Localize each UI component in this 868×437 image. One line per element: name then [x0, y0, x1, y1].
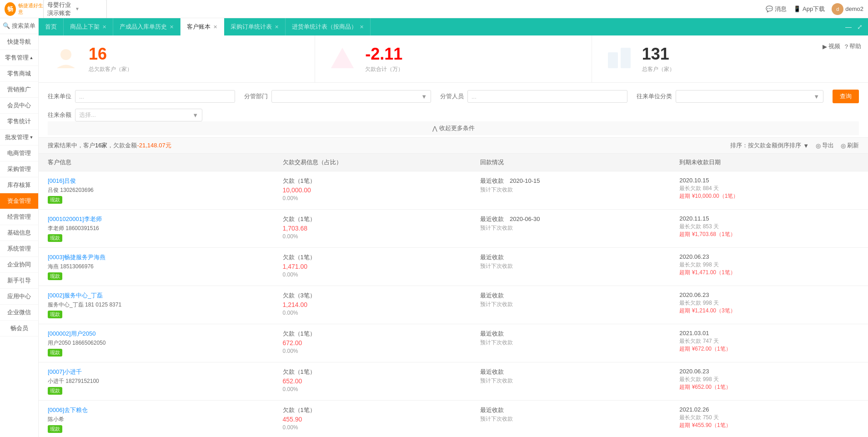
- sidebar-item-vip[interactable]: 畅会员: [0, 321, 38, 337]
- from-unit-input[interactable]: ...: [75, 90, 235, 103]
- tab-customer-account[interactable]: 客户账本 ✕: [181, 18, 224, 35]
- sidebar-item-system[interactable]: 系统管理: [0, 241, 38, 257]
- recovery-next: 预计下次收款: [480, 224, 661, 232]
- sidebar-item-wholesale-mgmt[interactable]: 批发管理 ▼: [0, 130, 38, 146]
- col-debt-info: 欠款交易信息（占比）: [274, 154, 471, 171]
- debt-amount[interactable]: 1,471.00: [283, 263, 462, 270]
- debt-amount[interactable]: 672.00: [283, 339, 462, 347]
- overdue-link[interactable]: 超期 ¥652.00（1笔）: [679, 383, 859, 391]
- customer-name[interactable]: [0006]去下粮仓: [48, 406, 265, 414]
- play-icon: ▶: [823, 43, 827, 50]
- company-arrow-icon: ▼: [75, 6, 103, 11]
- customer-name[interactable]: [0016]吕俊: [48, 177, 265, 185]
- sidebar-item-ecommerce[interactable]: 电商管理: [0, 146, 38, 161]
- overdue-days: 最长欠款 750 天: [679, 414, 859, 422]
- tab-close-icon-2[interactable]: ✕: [170, 24, 174, 30]
- sidebar-item-app-center[interactable]: 应用中心: [0, 289, 38, 305]
- sidebar-item-newbie[interactable]: 新手引导: [0, 273, 38, 289]
- sidebar-search[interactable]: 🔍 搜索菜单: [0, 18, 38, 34]
- debt-amount[interactable]: 455.90: [283, 416, 462, 423]
- recovery-label: 最近收款: [480, 330, 661, 338]
- export-btn[interactable]: ◎ 导出: [816, 141, 834, 150]
- sidebar-item-retail-stats[interactable]: 零售统计: [0, 114, 38, 130]
- overdue-amount-number: -2.11: [365, 45, 403, 64]
- message-btn[interactable]: 💬 消息: [766, 5, 787, 13]
- sort-select[interactable]: 排序：按欠款金额倒序排序 ▼: [730, 141, 809, 150]
- sidebar-item-enterprise[interactable]: 企业协同: [0, 257, 38, 273]
- sidebar-item-marketing[interactable]: 营销推广: [0, 82, 38, 98]
- collapse-label: 收起更多条件: [439, 124, 475, 132]
- overdue-link[interactable]: 超期 ¥1,471.00（1笔）: [679, 269, 859, 276]
- customer-contact: 陈小希: [48, 416, 265, 423]
- tab-instock-stats[interactable]: 进货单统计表（按商品） ✕: [286, 18, 371, 35]
- username: demo2: [845, 5, 863, 12]
- view-btn[interactable]: ▶ 视频: [823, 42, 840, 50]
- unit-type-select[interactable]: ▼: [676, 90, 824, 103]
- debt-amount[interactable]: 1,214.00: [283, 301, 462, 308]
- sidebar-item-member-center[interactable]: 会员中心: [0, 98, 38, 114]
- overdue-days: 最长欠款 998 天: [679, 299, 859, 307]
- sidebar-item-retail-mgmt[interactable]: 零售管理 ▲: [0, 50, 38, 66]
- overdue-link[interactable]: 超期 ¥455.90（1笔）: [679, 422, 859, 429]
- table-row: [0016]吕俊 吕俊 13026203696 现款 欠款（1笔） 10,000…: [39, 171, 868, 210]
- debt-amount[interactable]: 1,703.68: [283, 225, 462, 232]
- page-content: 16 总欠款客户（家） -2.11 欠款合计（万）: [39, 35, 868, 437]
- search-button[interactable]: 查询: [833, 90, 859, 103]
- overdue-customers-label: 总欠款客户（家）: [89, 65, 132, 73]
- tab-maximize-icon[interactable]: ⤢: [855, 22, 864, 31]
- customer-name[interactable]: [000002]用户2050: [48, 330, 265, 338]
- sidebar-item-basic-info[interactable]: 基础信息: [0, 225, 38, 241]
- tab-close-icon-3[interactable]: ✕: [213, 24, 217, 30]
- top-bar: 畅 畅捷通好生意 母婴行业演示账套 ▼ 💬 消息 📱 App下载 d demo2: [0, 0, 868, 18]
- refresh-btn[interactable]: ◎ 刷新: [841, 141, 859, 150]
- company-selector[interactable]: 母婴行业演示账套 ▼: [43, 0, 107, 19]
- tab-close-icon-4[interactable]: ✕: [275, 24, 279, 30]
- tab-home[interactable]: 首页: [39, 18, 64, 35]
- tab-minimize-icon[interactable]: —: [843, 22, 853, 31]
- customer-name[interactable]: [0007]小进千: [48, 368, 265, 376]
- help-btn[interactable]: ? 帮助: [845, 42, 861, 50]
- balance-arrow-icon: ▼: [192, 112, 198, 119]
- unit-type-arrow-icon: ▼: [813, 93, 819, 100]
- customer-tag: 现款: [48, 196, 62, 204]
- sidebar-item-retail-shop[interactable]: 零售商城: [0, 66, 38, 82]
- debt-percent: 0.00%: [283, 310, 462, 316]
- app-download-btn[interactable]: 📱 App下载: [793, 5, 825, 13]
- customer-name[interactable]: [0001020001]李老师: [48, 215, 265, 223]
- overdue-link[interactable]: 超期 ¥10,000.00（1笔）: [679, 192, 859, 200]
- tab-product-instock[interactable]: 产成品入库单历史 ✕: [113, 18, 181, 35]
- export-icon: ◎: [816, 142, 821, 149]
- col-customer-info: 客户信息: [39, 154, 274, 171]
- debt-label: 欠款（1笔）: [283, 406, 462, 414]
- tab-purchase-order[interactable]: 采购订单统计表 ✕: [224, 18, 286, 35]
- tab-customer-account-label: 客户账本: [187, 23, 211, 31]
- tab-close-icon[interactable]: ✕: [102, 24, 106, 30]
- sidebar-item-finance[interactable]: 资金管理: [0, 193, 38, 209]
- dept-select[interactable]: ▼: [271, 90, 431, 103]
- customer-name[interactable]: [0002]服务中心_丁磊: [48, 291, 265, 300]
- sidebar: 🔍 搜索菜单 快捷导航 零售管理 ▲ 零售商城 营销推广 会员中心: [0, 18, 39, 437]
- logo-area: 畅 畅捷通好生意: [5, 2, 43, 16]
- debt-amount[interactable]: 10,000.00: [283, 186, 462, 194]
- expand-icon: ▲: [30, 55, 34, 60]
- debt-label: 欠款（3笔）: [283, 291, 462, 300]
- tab-close-icon-5[interactable]: ✕: [360, 24, 364, 30]
- sidebar-item-ops[interactable]: 经营管理: [0, 209, 38, 225]
- overdue-link[interactable]: 超期 ¥1,703.68（1笔）: [679, 231, 859, 238]
- balance-select[interactable]: 选择... ▼: [75, 109, 202, 121]
- overdue-link[interactable]: 超期 ¥1,214.00（3笔）: [679, 307, 859, 315]
- user-menu[interactable]: d demo2: [832, 3, 863, 15]
- sidebar-item-purchase[interactable]: 采购管理: [0, 161, 38, 177]
- collapse-btn[interactable]: ⋀ 收起更多条件: [48, 121, 859, 135]
- sidebar-item-quick-nav[interactable]: 快捷导航: [0, 34, 38, 50]
- sidebar-item-inventory[interactable]: 库存核算: [0, 177, 38, 193]
- tab-product-offsale[interactable]: 商品上下架 ✕: [64, 18, 113, 35]
- person-input[interactable]: ...: [467, 90, 627, 103]
- recovery-label: 最近收款: [480, 291, 661, 300]
- customer-contact: 李老师 18600391516: [48, 225, 265, 232]
- sidebar-item-wechat-corp[interactable]: 企业微信: [0, 305, 38, 321]
- recovery-next: 预计下次收款: [480, 301, 661, 308]
- debt-amount[interactable]: 652.00: [283, 377, 462, 385]
- overdue-link[interactable]: 超期 ¥672.00（1笔）: [679, 345, 859, 353]
- customer-name[interactable]: [0003]畅捷服务尹海燕: [48, 253, 265, 261]
